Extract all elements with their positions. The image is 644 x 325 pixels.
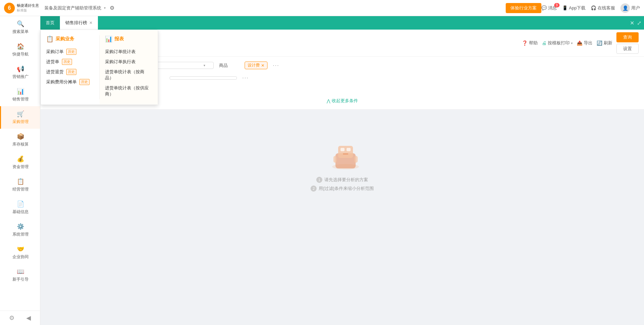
menu-item-purchase-order[interactable]: 采购订单 历史 <box>46 47 94 57</box>
system-dropdown-arrow[interactable]: ▾ <box>104 6 106 10</box>
collapse-up-icon: ⋀ <box>327 98 330 104</box>
sidebar-item-sales[interactable]: 📊 销售管理 <box>0 84 40 106</box>
clipboard-icon: 📋 <box>17 178 24 185</box>
menu-item-inbound-stats-product[interactable]: 进货单统计表（按商品） <box>105 67 153 83</box>
tab-close-icon[interactable]: ✕ <box>89 21 93 25</box>
product-label: 商品 <box>219 63 239 69</box>
purchase-dropdown-menu: 📋 采购业务 采购订单 历史 进货单 历史 进货退货 历史 采购费用分摊单 历史 <box>40 30 158 105</box>
purchase-col-icon: 📋 <box>46 35 53 43</box>
svg-rect-5 <box>343 153 348 155</box>
book-icon: 📖 <box>17 268 24 275</box>
purchase-col: 📋 采购业务 采购订单 历史 进货单 历史 进货退货 历史 采购费用分摊单 历史 <box>46 35 100 99</box>
empty-state: 1 请先选择要分析的方案 2 用[过滤]条件来缩小分析范围 <box>40 110 644 218</box>
history-badge-3: 历史 <box>79 79 90 85</box>
doc-status-dropdown-icon: ▾ <box>204 64 205 67</box>
message-badge: 9 <box>554 3 560 7</box>
search-icon: 🔍 <box>17 20 24 28</box>
export-btn[interactable]: 📤 导出 <box>577 40 593 46</box>
sidebar-item-marketing[interactable]: 📢 营销推广 <box>0 61 40 84</box>
menu-item-expense[interactable]: 采购费用分摊单 历史 <box>46 77 94 87</box>
help-icon: ❓ <box>522 40 528 46</box>
collapse-btn[interactable]: ⋀ 收起更多条件 <box>327 96 358 105</box>
sidebar-item-operation[interactable]: 📋 经营管理 <box>0 174 40 196</box>
empty-hint-2: 2 用[过滤]条件来缩小分析范围 <box>311 186 373 192</box>
user-area[interactable]: 👤 用户 <box>620 3 640 13</box>
sidebar-item-system[interactable]: ⚙️ 系统管理 <box>0 219 40 241</box>
sidebar-label-guide: 新手引导 <box>12 277 29 282</box>
sidebar-item-search[interactable]: 🔍 搜索菜单 <box>0 16 40 39</box>
sidebar-item-purchase[interactable]: 🛒 采购管理 <box>0 106 40 129</box>
phone-icon: 📱 <box>562 5 568 10</box>
logo-icon: 6 <box>4 3 15 13</box>
header-right: 💬 消息 9 📱 App下载 🎧 在线客服 👤 用户 <box>541 3 640 13</box>
sidebar-item-basic-info[interactable]: 📄 基础信息 <box>0 196 40 219</box>
hint-num-2: 2 <box>311 186 317 192</box>
empty-hint-1: 1 请先选择要分析的方案 <box>316 177 368 183</box>
setting-button[interactable]: 设置 <box>616 44 639 54</box>
menu-item-po-stats[interactable]: 采购订单统计表 <box>105 47 153 57</box>
tab-close-all-icon[interactable]: ✕ <box>630 20 634 26</box>
history-badge-2: 历史 <box>66 69 76 75</box>
print-btn[interactable]: 🖨 按模板打印 ▾ <box>542 40 573 46</box>
empty-illustration <box>325 136 359 170</box>
menu-item-return[interactable]: 进货退货 历史 <box>46 67 94 77</box>
print-dropdown-icon[interactable]: ▾ <box>571 41 573 45</box>
refresh-btn[interactable]: 🔄 刷新 <box>597 40 612 46</box>
product-tag[interactable]: 设计费 ✕ <box>245 62 267 69</box>
tab-expand-icon[interactable]: ⤢ <box>637 20 641 26</box>
message-btn[interactable]: 💬 消息 9 <box>541 5 557 11</box>
sidebar-label-basic-info: 基础信息 <box>12 209 29 215</box>
refresh-icon: 🔄 <box>597 40 602 46</box>
home-icon: 🏠 <box>17 43 24 50</box>
menu-item-inbound[interactable]: 进货单 历史 <box>46 57 94 67</box>
sidebar-label-sales: 销售管理 <box>12 96 29 102</box>
menu-item-po-exec[interactable]: 采购订单执行表 <box>105 57 153 67</box>
export-icon: 📤 <box>577 40 582 46</box>
sidebar-label-cooperation: 企业协同 <box>12 254 29 260</box>
tab-bar-right: ✕ ⤢ <box>630 20 644 26</box>
sidebar-item-quick-nav[interactable]: 🏠 快捷导航 <box>0 39 40 61</box>
message-icon: 💬 <box>541 5 547 10</box>
megaphone-icon: 📢 <box>17 65 24 73</box>
sidebar-label-search: 搜索菜单 <box>12 29 29 35</box>
history-badge-0: 历史 <box>66 49 76 55</box>
logo-line2: 标准版 <box>17 8 39 13</box>
sidebar-label-operation: 经营管理 <box>12 187 29 192</box>
sidebar-item-cooperation[interactable]: 🤝 企业协同 <box>0 241 40 264</box>
sidebar-settings-btn[interactable]: ⚙ <box>9 314 14 322</box>
industry-btn[interactable]: 体验行业方案 <box>506 3 541 13</box>
home-tab-label: 首页 <box>46 20 55 26</box>
sidebar-collapse-btn[interactable]: ◀ <box>26 314 31 322</box>
report-col-icon: 📊 <box>105 35 112 43</box>
sidebar-label-finance: 资金管理 <box>12 164 29 170</box>
online-service-btn[interactable]: 🎧 在线客服 <box>591 5 615 11</box>
headset-icon: 🎧 <box>591 5 596 10</box>
report-col-title: 📊 报表 <box>105 35 153 43</box>
settings-icon[interactable]: ⚙ <box>110 5 114 11</box>
product-tag-close[interactable]: ✕ <box>261 63 264 68</box>
menu-item-inbound-stats-supplier[interactable]: 进货单统计表（按供应商） <box>105 83 153 99</box>
tab-home[interactable]: 首页 <box>40 16 60 30</box>
sidebar-item-guide[interactable]: 📖 新手引导 <box>0 264 40 286</box>
report-col: 📊 报表 采购订单统计表 采购订单执行表 进货单统计表（按商品） 进货单统计表（… <box>100 30 158 105</box>
app-download-btn[interactable]: 📱 App下载 <box>562 5 585 11</box>
svg-rect-3 <box>341 148 345 151</box>
svg-rect-4 <box>347 148 351 151</box>
tab-sales-ranking[interactable]: 销售排行榜 ✕ <box>60 16 98 30</box>
help-btn[interactable]: ❓ 帮助 <box>522 40 538 46</box>
sidebar-item-finance[interactable]: 💰 资金管理 <box>0 151 40 174</box>
sidebar-item-inventory[interactable]: 📦 库存核算 <box>0 129 40 151</box>
gear-icon: ⚙️ <box>17 223 24 230</box>
handshake-icon: 🤝 <box>17 245 24 253</box>
sidebar-label-quick-nav: 快捷导航 <box>12 51 29 57</box>
query-button[interactable]: 查询 <box>616 32 639 42</box>
product-more-dots[interactable]: ··· <box>273 63 279 69</box>
sidebar-label-marketing: 营销推广 <box>12 74 29 80</box>
salesperson-select[interactable] <box>170 76 237 80</box>
hint-num-1: 1 <box>316 177 322 183</box>
tab-sales-label: 销售排行榜 <box>65 20 87 26</box>
svg-rect-7 <box>354 156 358 163</box>
tab-bar: 首页 销售排行榜 ✕ ✕ ⤢ <box>40 16 644 30</box>
system-title-area: 装备及固定资产辅助管理系统 ▾ ⚙ <box>44 5 503 11</box>
salesperson-more-dots[interactable]: ··· <box>242 75 249 81</box>
